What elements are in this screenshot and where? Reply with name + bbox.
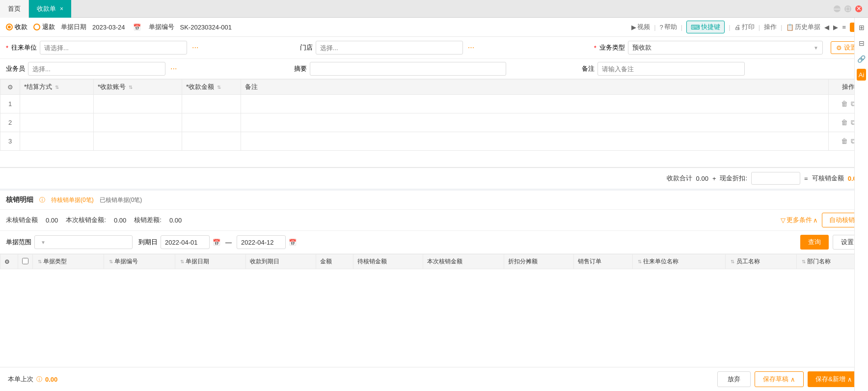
- range-field: 单据范围 ▼: [6, 235, 133, 249]
- sidebar-table-icon[interactable]: ⊞: [856, 22, 868, 33]
- abandon-button[interactable]: 放弃: [717, 371, 751, 387]
- settle-cell-2[interactable]: [20, 113, 94, 132]
- bottom-info: 本单上次 ⓘ 0.00: [8, 375, 57, 384]
- writeoff-info-icon[interactable]: ⓘ: [39, 196, 45, 204]
- pending-tab[interactable]: 待核销单据(0笔): [51, 196, 94, 204]
- help-button[interactable]: ? 帮助: [660, 23, 677, 31]
- summary-row: 收款合计 0.00 + 现金折扣: = 可核销金额 0.00: [0, 168, 868, 189]
- summary-input[interactable]: [310, 62, 506, 76]
- shortcut-button[interactable]: ⌨ 快捷键: [686, 21, 725, 33]
- staff-input[interactable]: [28, 62, 165, 76]
- biz-type-field: * 业务类型 预收款 ▼: [594, 41, 823, 55]
- minimize-button[interactable]: —: [834, 5, 841, 12]
- table-row: 1 🗑 ⧉: [0, 95, 868, 113]
- tab-close-icon[interactable]: ×: [60, 5, 63, 12]
- remark-cell-2[interactable]: [241, 113, 829, 132]
- tab-home[interactable]: 首页: [0, 0, 29, 18]
- tab-home-label: 首页: [8, 4, 21, 13]
- history-icon: 📋: [786, 24, 794, 31]
- wt-pending-col: 待核销金额: [353, 254, 423, 269]
- shop-input[interactable]: [316, 41, 463, 55]
- receipt-type-group: 收款 退款: [6, 23, 55, 31]
- toolbar-actions: ▶ 视频 | ? 帮助 | ⌨ 快捷键 | 🖨 打印 | 操作 |: [631, 21, 862, 33]
- remark-cell-1[interactable]: [241, 95, 829, 113]
- history-button[interactable]: 📋 历史单据: [786, 23, 820, 31]
- date-start-input[interactable]: [161, 235, 210, 249]
- shop-field: 门店 ···: [300, 41, 586, 55]
- chevron-down-icon: ▼: [814, 45, 818, 51]
- date-label: 单据日期: [61, 23, 86, 31]
- completed-tab[interactable]: 已核销单据(0笔): [100, 196, 142, 204]
- save-new-button[interactable]: 保存&新增 ∧: [808, 371, 860, 387]
- maximize-button[interactable]: □: [844, 5, 851, 12]
- print-button[interactable]: 🖨 打印: [734, 23, 755, 31]
- biz-type-select[interactable]: 预收款 ▼: [628, 41, 823, 55]
- delete-icon-1[interactable]: 🗑: [841, 100, 848, 108]
- partner-label: 往来单位: [11, 43, 37, 52]
- bottom-info-value: 0.00: [45, 376, 57, 383]
- date-end-input[interactable]: [237, 235, 286, 249]
- settle-cell-3[interactable]: [20, 132, 94, 151]
- query-button[interactable]: 查询: [800, 235, 829, 250]
- draft-button[interactable]: 保存草稿 ∧: [755, 371, 804, 387]
- close-button[interactable]: ✕: [855, 5, 862, 12]
- account-cell-2[interactable]: [94, 113, 182, 132]
- sidebar-doc-icon[interactable]: ⊟: [856, 37, 868, 49]
- amount-cell-2[interactable]: [182, 113, 241, 132]
- equals-sign: =: [804, 175, 808, 182]
- calendar-end-icon[interactable]: 📅: [289, 239, 297, 246]
- partner-input[interactable]: [40, 41, 187, 55]
- receipt-table-area: ⚙ *结算方式 ⇅ *收款账号 ⇅ *收款金额 ⇅ 备注: [0, 79, 868, 168]
- refund-radio[interactable]: 退款: [33, 23, 55, 31]
- staff-more-icon[interactable]: ···: [168, 64, 179, 73]
- gear-header[interactable]: ⚙: [0, 80, 20, 95]
- calendar-icon[interactable]: 📅: [133, 24, 141, 31]
- draft-chevron-icon: ∧: [790, 376, 795, 383]
- layout-button[interactable]: ≡: [842, 24, 846, 31]
- discount-input[interactable]: [751, 172, 800, 185]
- remark-field: 备注: [582, 62, 862, 76]
- nav-right-button[interactable]: ▶: [833, 24, 838, 31]
- wt-sales-order-col: 销售订单: [573, 254, 632, 269]
- more-conditions-link[interactable]: ▽ 更多条件 ∧: [781, 216, 818, 224]
- account-cell-3[interactable]: [94, 132, 182, 151]
- operation-button[interactable]: 操作: [764, 23, 777, 31]
- range-select[interactable]: ▼: [34, 235, 133, 249]
- remark-cell-3[interactable]: [241, 132, 829, 151]
- range-label: 单据范围: [6, 238, 31, 247]
- unverified-value: 0.00: [46, 217, 58, 224]
- unverified-label: 未核销金额: [6, 216, 38, 224]
- amount-header: *收款金额 ⇅: [182, 80, 241, 95]
- partner-field: * 往来单位 ···: [6, 41, 292, 55]
- amount-cell-1[interactable]: [182, 95, 241, 113]
- amount-cell-3[interactable]: [182, 132, 241, 151]
- bottom-actions: 放弃 保存草稿 ∧ 保存&新增 ∧: [717, 371, 860, 387]
- receipt-radio[interactable]: 收款: [6, 23, 27, 31]
- sidebar-ai-icon[interactable]: Ai: [857, 69, 867, 81]
- filter-icon: ▽: [781, 217, 786, 224]
- nav-left-button[interactable]: ◀: [824, 24, 829, 31]
- bottom-info-icon[interactable]: ⓘ: [36, 375, 42, 384]
- wt-gear-col[interactable]: ⚙: [0, 254, 18, 269]
- tab-receipt[interactable]: 收款单 ×: [29, 0, 71, 18]
- date-separator: —: [225, 239, 232, 246]
- writeoff-table: ⚙ ⇅ 单据类型 ⇅ 单据编号 ⇅: [0, 254, 868, 269]
- receipt-radio-dot: [6, 24, 13, 30]
- settle-cell-1[interactable]: [20, 95, 94, 113]
- toolbar-row: 收款 退款 单据日期 2023-03-24 📅 单据编号 SK-20230324…: [0, 18, 868, 37]
- wt-checkbox-col[interactable]: [18, 254, 33, 269]
- plus-sign: +: [712, 175, 716, 182]
- shop-more-icon[interactable]: ···: [466, 43, 476, 52]
- right-sidebar: ⊞ ⊟ 🔗 Ai: [854, 18, 868, 391]
- delete-icon-3[interactable]: 🗑: [841, 137, 848, 145]
- delete-icon-2[interactable]: 🗑: [841, 118, 848, 127]
- calendar-start-icon[interactable]: 📅: [213, 239, 220, 246]
- select-all-checkbox[interactable]: [22, 258, 28, 264]
- remark-input[interactable]: [597, 62, 745, 76]
- chevron-up-icon: ∧: [813, 217, 818, 224]
- remark-label: 备注: [582, 64, 595, 73]
- video-button[interactable]: ▶ 视频: [631, 23, 650, 31]
- account-cell-1[interactable]: [94, 95, 182, 113]
- sidebar-link-icon[interactable]: 🔗: [856, 53, 868, 65]
- partner-more-icon[interactable]: ···: [190, 43, 200, 52]
